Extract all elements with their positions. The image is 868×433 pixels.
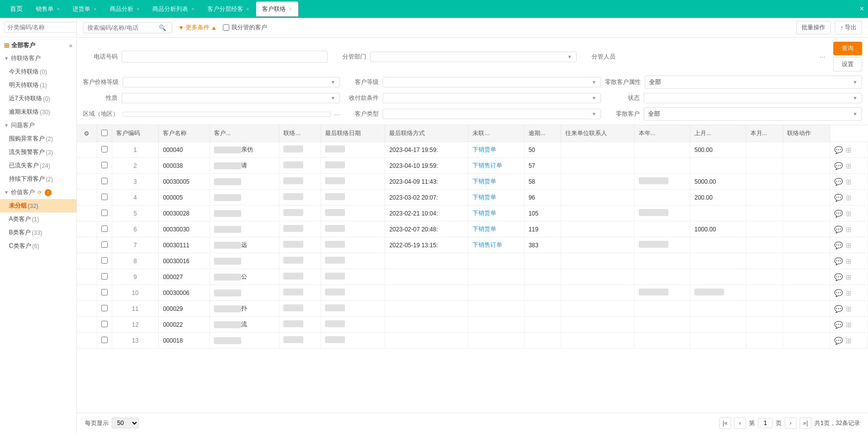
row-select-checkbox[interactable] [101, 162, 108, 168]
last-method-link[interactable]: 下销货单 [472, 146, 496, 153]
close-icon[interactable]: × [93, 6, 96, 12]
close-icon[interactable]: × [289, 6, 292, 12]
grid-action-icon[interactable]: ⊞ [846, 305, 852, 313]
sidebar-search-input[interactable] [4, 22, 77, 33]
last-method-link[interactable]: 下销货单 [472, 225, 496, 232]
page-prev-button[interactable]: ‹ [734, 417, 746, 429]
sidebar-item-churned[interactable]: 已流失客户 (24) [0, 159, 76, 172]
row-select-checkbox[interactable] [101, 210, 108, 216]
grid-action-icon[interactable]: ⊞ [846, 194, 852, 202]
all-customers-header[interactable]: ⊞ 全部客户 « [0, 37, 76, 52]
sidebar-item-class-c[interactable]: C类客户 (6) [0, 239, 76, 253]
filter-retail-attr-select[interactable]: 全部 ▼ [645, 75, 862, 89]
message-action-icon[interactable]: 💬 [834, 289, 843, 297]
message-action-icon[interactable]: 💬 [834, 321, 843, 329]
sidebar-group-value[interactable]: ▼ 价值客户 ⟳ ! [0, 186, 76, 199]
filter-nature-select[interactable]: ▼ [122, 93, 340, 103]
grid-action-icon[interactable]: ⊞ [846, 146, 852, 154]
message-action-icon[interactable]: 💬 [834, 146, 843, 154]
filter-status-select[interactable]: ▼ [644, 93, 862, 103]
message-action-icon[interactable]: 💬 [834, 210, 843, 217]
last-method-link[interactable]: 下销货单 [472, 210, 496, 216]
page-number-input[interactable] [758, 418, 773, 428]
last-method-link[interactable]: 下销售订单 [472, 241, 502, 248]
filter-customer-level-select[interactable]: ▼ [383, 77, 601, 87]
grid-action-icon[interactable]: ⊞ [846, 289, 852, 297]
sidebar-item-churn-warning[interactable]: 流失预警客户 (3) [0, 145, 76, 159]
filter-search-icon[interactable]: 🔍 [159, 24, 166, 31]
grid-action-icon[interactable]: ⊞ [846, 321, 852, 329]
grid-action-icon[interactable]: ⊞ [846, 273, 852, 281]
filter-region-select[interactable] [123, 112, 331, 117]
filter-search-input[interactable] [87, 24, 157, 31]
window-close-button[interactable]: × [860, 4, 864, 13]
filter-payment-select[interactable]: ▼ [383, 93, 601, 103]
grid-action-icon[interactable]: ⊞ [846, 257, 852, 265]
query-button[interactable]: 查询 [833, 42, 862, 55]
export-button[interactable]: ↑ 导出 [835, 21, 862, 34]
sidebar-group-pending[interactable]: ▼ 待联络客户 [0, 52, 76, 65]
message-action-icon[interactable]: 💬 [834, 273, 843, 281]
sidebar-item-class-b[interactable]: B类客户 (33) [0, 226, 76, 239]
nav-tab-sales[interactable]: 销售单 × [30, 1, 66, 16]
row-select-checkbox[interactable] [101, 257, 108, 264]
row-select-checkbox[interactable] [101, 225, 108, 232]
row-select-checkbox[interactable] [101, 289, 108, 295]
filter-customer-type-select[interactable]: ▼ [383, 109, 601, 119]
my-customers-checkbox[interactable]: 我分管的客户 [223, 23, 267, 32]
row-select-checkbox[interactable] [101, 321, 108, 327]
settings-column-header[interactable]: ⚙ [77, 125, 97, 142]
sidebar-item-class-a[interactable]: A类客户 (1) [0, 213, 76, 226]
row-select-checkbox[interactable] [101, 305, 108, 311]
row-select-checkbox[interactable] [101, 194, 108, 200]
nav-tab-product-analysis-list[interactable]: 商品分析列表 × [146, 1, 200, 16]
filter-price-level-select[interactable]: ▼ [123, 77, 340, 87]
sidebar-item-overdue[interactable]: 逾期未联络 (30) [0, 105, 76, 119]
grid-action-icon[interactable]: ⊞ [846, 337, 852, 345]
page-next-button[interactable]: › [785, 417, 797, 429]
message-action-icon[interactable]: 💬 [834, 178, 843, 186]
sidebar-group-problem[interactable]: ▼ 问题客户 [0, 119, 76, 132]
nav-tab-product-analysis[interactable]: 商品分析 × [104, 1, 145, 16]
nav-home[interactable]: 首页 [4, 4, 29, 13]
nav-tab-customer-segment[interactable]: 客户分层经客 × [201, 1, 255, 16]
message-action-icon[interactable]: 💬 [834, 162, 843, 170]
nav-tab-purchase[interactable]: 进货单 × [67, 1, 102, 16]
row-select-checkbox[interactable] [101, 178, 108, 184]
close-icon[interactable]: × [57, 6, 60, 12]
filter-manager-dots[interactable]: ··· [819, 53, 825, 61]
my-customers-check[interactable] [223, 24, 229, 31]
message-action-icon[interactable]: 💬 [834, 225, 843, 233]
sidebar-item-declining[interactable]: 持续下滑客户 (2) [0, 172, 76, 186]
nav-tab-customer-contact[interactable]: 客户联络 × [256, 1, 298, 16]
sidebar-item-tomorrow[interactable]: 明天待联络 (1) [0, 78, 76, 92]
filter-phone-input[interactable] [122, 51, 328, 63]
batch-operation-button[interactable]: 批量操作 [796, 21, 831, 34]
reset-button[interactable]: 设置 [833, 57, 862, 72]
page-first-button[interactable]: |« [719, 417, 731, 429]
row-select-checkbox[interactable] [101, 241, 108, 248]
last-method-link[interactable]: 下销货单 [472, 178, 496, 185]
sidebar-item-unclassified[interactable]: 未分组 (32) [0, 199, 76, 213]
sidebar-item-today[interactable]: 今天待联络 (0) [0, 65, 76, 78]
grid-action-icon[interactable]: ⊞ [846, 178, 852, 186]
grid-action-icon[interactable]: ⊞ [846, 162, 852, 170]
sidebar-item-7days[interactable]: 近7天待联络 (0) [0, 92, 76, 105]
per-page-select[interactable]: 50 100 [112, 418, 139, 429]
select-all-checkbox[interactable] [101, 130, 108, 136]
row-select-checkbox[interactable] [101, 273, 108, 280]
filter-more-btn[interactable]: ▼ 更多条件 ▲ [178, 23, 217, 32]
grid-action-icon[interactable]: ⊞ [846, 225, 852, 233]
grid-action-icon[interactable]: ⊞ [846, 210, 852, 217]
message-action-icon[interactable]: 💬 [834, 241, 843, 249]
close-icon[interactable]: × [136, 6, 139, 12]
grid-action-icon[interactable]: ⊞ [846, 241, 852, 249]
message-action-icon[interactable]: 💬 [834, 337, 843, 345]
filter-dept-select[interactable]: ▼ [370, 52, 576, 62]
message-action-icon[interactable]: 💬 [834, 194, 843, 202]
row-select-checkbox[interactable] [101, 337, 108, 343]
row-select-checkbox[interactable] [101, 146, 108, 152]
close-icon[interactable]: × [246, 6, 249, 12]
filter-region-dots[interactable]: ··· [334, 110, 340, 118]
page-last-button[interactable]: »| [800, 417, 811, 429]
